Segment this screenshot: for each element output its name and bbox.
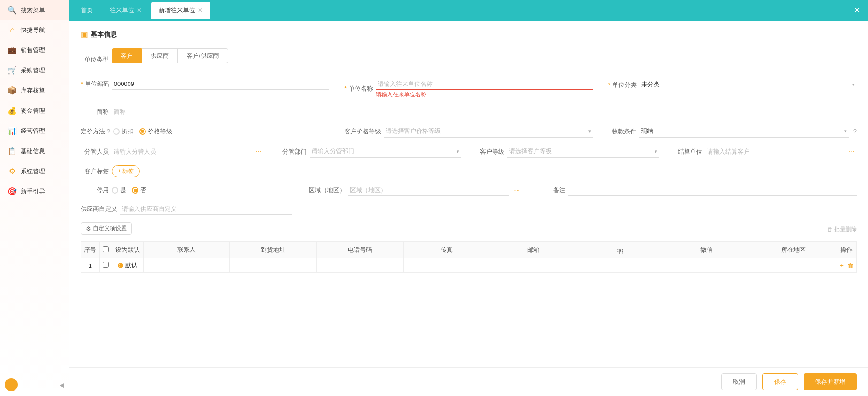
row-address[interactable] xyxy=(230,258,317,273)
tab-new-partner-close[interactable]: ✕ xyxy=(198,7,203,14)
row-email-input[interactable] xyxy=(493,262,574,269)
col-qq: qq xyxy=(577,242,663,258)
radio-discount[interactable]: 折扣 xyxy=(113,127,134,136)
close-all-tabs-button[interactable]: ✕ xyxy=(850,3,864,17)
row-region[interactable] xyxy=(750,258,837,273)
pricing-row: 定价方法 ? 折扣 价格等级 客户价格等级 xyxy=(81,125,857,138)
customer-level-select[interactable]: 请选择客户等级 ▾ xyxy=(507,145,659,158)
unit-type-both-btn[interactable]: 客户/供应商 xyxy=(178,48,228,63)
col-address: 到货地址 xyxy=(230,242,317,258)
row-default-label: 默认 xyxy=(125,261,137,270)
region-field: 区域（地区） ··· xyxy=(309,185,522,196)
settlement-unit-input[interactable] xyxy=(705,146,844,157)
row-add-btn[interactable]: + xyxy=(840,262,844,269)
tab-new-partner[interactable]: 新增往来单位 ✕ xyxy=(151,2,210,19)
category-value: 未分类 xyxy=(641,80,660,89)
tab-partners-close[interactable]: ✕ xyxy=(137,7,142,14)
finance-icon: 💰 xyxy=(8,106,17,115)
select-all-checkbox[interactable] xyxy=(103,246,109,252)
sales-icon: 💼 xyxy=(8,46,17,54)
row-fax-input[interactable] xyxy=(406,262,487,269)
remark-input[interactable] xyxy=(568,185,857,196)
unit-type-supplier-btn[interactable]: 供应商 xyxy=(142,48,178,63)
tab-home[interactable]: 首页 xyxy=(73,2,100,19)
batch-delete-button[interactable]: 🗑 批量删除 xyxy=(827,225,857,233)
customer-price-level-select[interactable]: 请选择客户价格等级 ▾ xyxy=(384,125,593,138)
cancel-button[interactable]: 取消 xyxy=(721,373,757,390)
customer-price-level-label: 客户价格等级 xyxy=(344,127,381,136)
unit-type-field: 单位类型 客户 供应商 客户/供应商 xyxy=(81,48,857,71)
section-icon: ▣ xyxy=(81,30,88,39)
add-tag-button[interactable]: + 标签 xyxy=(112,165,140,177)
manager-more-btn[interactable]: ··· xyxy=(253,148,263,156)
save-button[interactable]: 保存 xyxy=(762,373,798,390)
sidebar-item-basic-info[interactable]: 📋 基础信息 xyxy=(0,141,69,161)
sidebar-item-quick-nav[interactable]: ⌂ 快捷导航 xyxy=(0,20,69,40)
sidebar-item-inventory[interactable]: 📦 库存核算 xyxy=(0,80,69,101)
sidebar-item-system[interactable]: ⚙ 系统管理 xyxy=(0,161,69,181)
row-del-btn[interactable]: 🗑 xyxy=(847,262,853,269)
guide-icon: 🎯 xyxy=(8,187,17,196)
sidebar-item-purchase[interactable]: 🛒 采购管理 xyxy=(0,60,69,80)
custom-settings-button[interactable]: ⚙ 自定义项设置 xyxy=(81,222,132,235)
settlement-more-btn[interactable]: ··· xyxy=(847,148,857,156)
abbr-row: 简称 xyxy=(81,106,857,117)
payment-terms-help-icon[interactable]: ? xyxy=(853,128,857,135)
department-field: 分管部门 请输入分管部门 ▾ xyxy=(279,145,462,158)
manager-input[interactable] xyxy=(112,146,251,157)
row-default[interactable]: 默认 xyxy=(112,258,143,273)
tag-row: 客户标签 + 标签 xyxy=(81,165,857,177)
sidebar-collapse-icon[interactable]: ◀ xyxy=(60,381,64,388)
row-fax[interactable] xyxy=(403,258,490,273)
row-wechat-input[interactable] xyxy=(666,262,747,269)
sidebar-item-search[interactable]: 🔍 搜索菜单 xyxy=(0,0,69,20)
name-input[interactable] xyxy=(376,78,593,90)
manager-row: 分管人员 ··· 分管部门 请输入分管部门 ▾ 客户等级 请选择客户等级 ▾ 结… xyxy=(81,145,857,158)
radio-price-level[interactable]: 价格等级 xyxy=(139,127,172,136)
col-region: 所在地区 xyxy=(750,242,837,258)
customer-level-label: 客户等级 xyxy=(476,148,504,156)
sidebar-item-finance[interactable]: 💰 资金管理 xyxy=(0,101,69,121)
row-contact-input[interactable] xyxy=(146,262,227,269)
sidebar: 🔍 搜索菜单 ⌂ 快捷导航 💼 销售管理 🛒 采购管理 📦 库存核算 💰 资金管… xyxy=(0,0,69,396)
abbr-input[interactable] xyxy=(112,106,268,117)
abbr-label: 简称 xyxy=(81,108,109,116)
row-checkbox[interactable] xyxy=(103,262,109,268)
row-default-radio xyxy=(118,263,123,268)
row-region-input[interactable] xyxy=(753,262,834,269)
radio-price-level-circle xyxy=(139,128,146,135)
row-phone-input[interactable] xyxy=(320,262,400,269)
region-more-btn[interactable]: ··· xyxy=(512,186,522,194)
col-no: 序号 xyxy=(81,242,100,258)
payment-terms-select[interactable]: 现结 ▾ xyxy=(639,125,849,138)
unit-type-customer-btn[interactable]: 客户 xyxy=(112,48,142,63)
supplier-custom-input[interactable] xyxy=(120,203,292,215)
tab-partners[interactable]: 往来单位 ✕ xyxy=(102,2,149,19)
row-email[interactable] xyxy=(490,258,577,273)
supplier-custom-label: 供应商自定义 xyxy=(81,205,117,213)
category-select[interactable]: 未分类 ▾ xyxy=(640,78,857,91)
row-address-input[interactable] xyxy=(233,262,313,269)
pricing-method-help-icon[interactable]: ? xyxy=(107,128,110,135)
save-new-button[interactable]: 保存并新增 xyxy=(804,373,857,390)
tab-bar: 首页 往来单位 ✕ 新增往来单位 ✕ ✕ xyxy=(69,0,868,21)
sidebar-item-operations[interactable]: 📊 经营管理 xyxy=(0,121,69,141)
unit-type-label: 单位类型 xyxy=(81,55,109,64)
row-phone[interactable] xyxy=(317,258,404,273)
row-wechat[interactable] xyxy=(663,258,750,273)
category-field: 单位分类 未分类 ▾ xyxy=(608,78,857,91)
table-row: 1 默认 xyxy=(81,258,857,273)
region-input[interactable] xyxy=(348,185,509,196)
department-select[interactable]: 请输入分管部门 ▾ xyxy=(310,145,462,158)
code-input[interactable] xyxy=(112,78,329,90)
row-contact[interactable] xyxy=(143,258,230,273)
row-qq-input[interactable] xyxy=(580,262,661,269)
sidebar-item-sales[interactable]: 💼 销售管理 xyxy=(0,40,69,60)
radio-disabled-no[interactable]: 否 xyxy=(132,186,146,194)
customer-level-field: 客户等级 请选择客户等级 ▾ xyxy=(476,145,659,158)
pricing-method-label: 定价方法 ? xyxy=(81,127,110,136)
radio-disabled-yes[interactable]: 是 xyxy=(112,186,126,194)
sidebar-item-guide[interactable]: 🎯 新手引导 xyxy=(0,181,69,202)
row-qq[interactable] xyxy=(577,258,663,273)
row-check[interactable] xyxy=(99,258,112,273)
